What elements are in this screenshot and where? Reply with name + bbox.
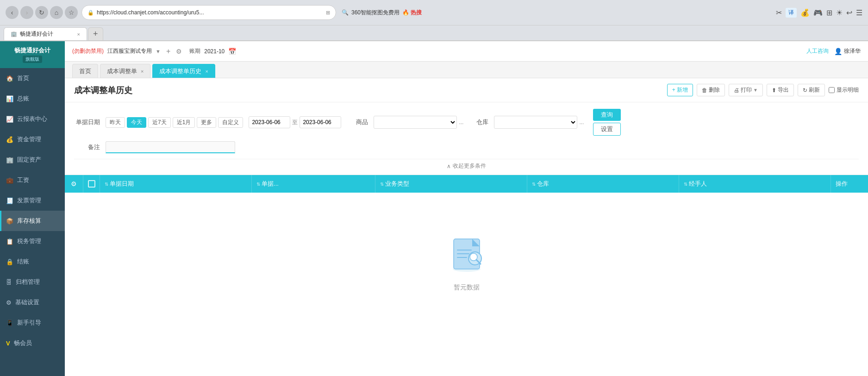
query-button[interactable]: 查询 [593,109,621,121]
main-content: (勿删勿禁用) 江西服宝测试专用 ▼ + ⚙ 账期 2021-10 📅 人工咨询… [65,41,868,376]
add-company-btn[interactable]: + [164,47,172,56]
home-button[interactable]: ⌂ [50,6,63,19]
date-btn-more[interactable]: 更多 [197,117,216,128]
browser-tab-close[interactable]: × [77,31,80,37]
product-select[interactable] [374,116,457,129]
browser-chrome: ‹ › ↻ ⌂ ☆ 🔒 https://cloud.chanjet.com/ac… [0,0,868,25]
coin-icon[interactable]: 💰 [800,8,810,17]
back-button[interactable]: ‹ [6,6,19,19]
sidebar-item-vip[interactable]: V 畅会员 [0,333,65,353]
user-profile[interactable]: 👤 徐泽华 [834,47,861,55]
grid-icon[interactable]: ⊞ [826,8,832,17]
forward-button[interactable]: › [20,6,33,19]
user-name: 徐泽华 [844,47,861,55]
sidebar-item-settings[interactable]: ⚙ 基础设置 [0,292,65,313]
game-icon[interactable]: 🎮 [813,8,823,17]
collapse-icon: ∧ [447,163,451,169]
guide-icon: 📱 [6,320,13,326]
print-button[interactable]: 🖨 打印 ▼ [729,84,763,96]
show-cols-checkbox[interactable] [829,87,835,93]
refresh-button[interactable]: ↻ 刷新 [798,84,825,96]
warehouse-more-btn[interactable]: ... [579,119,584,125]
notes-label: 备注 [74,143,100,151]
service-btn[interactable]: 人工咨询 [806,47,829,55]
company-settings-icon[interactable]: ⚙ [176,48,182,55]
sidebar-item-archive[interactable]: 🗄 归档管理 [0,272,65,292]
product-more-btn[interactable]: ... [459,119,463,125]
select-all-checkbox[interactable] [88,180,95,188]
sidebar-item-tax[interactable]: 📋 税务管理 [0,231,65,251]
inventory-icon: 📦 [6,218,13,225]
settings-filter-button[interactable]: 设置 [593,123,621,136]
export-button[interactable]: ⬆ 导出 [767,84,794,96]
date-to-input[interactable] [300,116,341,128]
browser-extra-tools: 🔍 360智能抠图免费用 🔥 热搜 [342,9,422,17]
assets-icon: 🏢 [6,157,13,163]
reload-button[interactable]: ↻ [35,6,48,19]
sidebar-item-invoice[interactable]: 🧾 发票管理 [0,190,65,211]
top-bar: (勿删勿禁用) 江西服宝测试专用 ▼ + ⚙ 账期 2021-10 📅 人工咨询… [65,41,868,62]
date-filter-label: 单据日期 [74,118,100,126]
query-buttons: 查询 设置 [593,109,621,136]
table-settings-icon: ⚙ [71,180,77,188]
sidebar-logo: 畅捷通好会计 旗舰版 [0,41,65,68]
calendar-icon[interactable]: 📅 [228,48,236,55]
search-text: 🔍 [342,9,349,16]
top-bar-right: 人工咨询 👤 徐泽华 [806,47,861,55]
company-dropdown-icon[interactable]: ▼ [156,49,161,54]
date-btn-today[interactable]: 今天 [127,117,146,128]
star-button[interactable]: ☆ [65,6,78,19]
warehouse-select[interactable] [494,116,577,129]
delete-button[interactable]: 🗑 删除 [697,84,725,96]
sidebar-item-inventory[interactable]: 📦 库存核算 [0,211,65,231]
add-button[interactable]: + 新增 [667,84,693,96]
print-dropdown-icon: ▼ [753,88,758,93]
tab-cost-adjust[interactable]: 成本调整单 × [100,64,150,78]
svg-point-10 [472,255,474,257]
sidebar-item-salary[interactable]: 💼 工资 [0,170,65,190]
search-label[interactable]: 360智能抠图免费用 [351,9,400,17]
th-sort-docnum: ⇅ [256,182,260,187]
browser-tab-label: 畅捷通好会计 [20,30,53,38]
warehouse-filter-label: 仓库 [476,118,488,126]
address-expand-icon: ⊞ [326,10,330,16]
print-icon: 🖨 [734,87,739,94]
empty-state: 暂元数据 [65,193,868,329]
date-btn-yesterday[interactable]: 昨天 [106,117,125,128]
user-avatar-icon: 👤 [834,48,842,55]
notes-input[interactable] [106,141,235,153]
browser-tab-favicon: 🏢 [11,31,17,37]
date-btn-custom[interactable]: 自定义 [218,117,243,128]
undo-icon[interactable]: ↩ [846,8,852,17]
tab-home[interactable]: 首页 [72,64,98,78]
sidebar: 畅捷通好会计 旗舰版 🏠 首页 📊 总账 📈 云报表中心 💰 资金管理 🏢 [0,41,65,376]
sidebar-item-home[interactable]: 🏠 首页 [0,68,65,88]
date-btn-1month[interactable]: 近1月 [173,117,195,128]
delete-icon: 🗑 [702,87,707,94]
sidebar-item-ledger[interactable]: 📊 总账 [0,88,65,109]
sidebar-item-funds[interactable]: 💰 资金管理 [0,129,65,150]
brightness-icon[interactable]: ☀ [836,8,843,17]
new-tab-button[interactable]: + [88,27,103,40]
table-select-all[interactable] [83,175,100,193]
translate-btn[interactable]: 译 [786,8,797,18]
menu-icon[interactable]: ☰ [856,8,862,17]
app-tab-bar: 首页 成本调整单 × 成本调整单历史 × [65,62,868,78]
sidebar-item-guide[interactable]: 📱 新手引导 [0,313,65,333]
address-bar[interactable]: 🔒 https://cloud.chanjet.com/accounting/u… [81,5,336,20]
browser-tab-active[interactable]: 🏢 畅捷通好会计 × [4,27,87,40]
page-title: 成本调整单历史 [74,85,132,96]
company-name: 江西服宝测试专用 [107,47,152,55]
date-from-input[interactable] [249,116,290,128]
sidebar-item-reports[interactable]: 📈 云报表中心 [0,109,65,129]
sidebar-item-close[interactable]: 🔒 结账 [0,251,65,272]
tab-cost-adjust-close[interactable]: × [141,69,144,74]
tab-cost-history-close[interactable]: × [205,69,208,74]
table-settings-btn[interactable]: ⚙ [65,175,83,193]
date-btn-7days[interactable]: 近7天 [148,117,171,128]
tab-cost-history[interactable]: 成本调整单历史 × [152,64,215,78]
sidebar-item-assets[interactable]: 🏢 固定资产 [0,150,65,170]
scissors-icon[interactable]: ✂ [776,8,782,17]
collapse-btn[interactable]: ∧ 收起更多条件 [74,159,859,175]
empty-text: 暂元数据 [454,283,480,292]
